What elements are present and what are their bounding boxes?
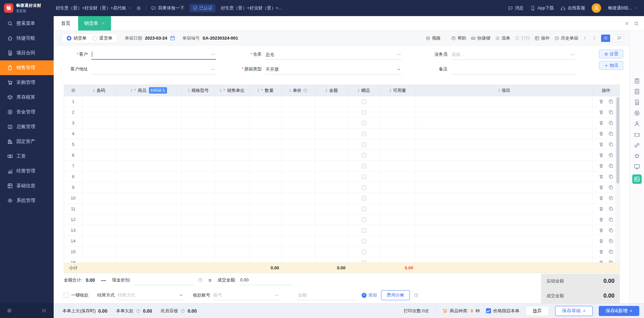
table-cell[interactable]	[282, 193, 315, 203]
more-icon[interactable]	[274, 293, 279, 298]
table-cell[interactable]	[380, 139, 416, 150]
table-cell[interactable]	[282, 118, 315, 128]
table-cell[interactable]	[380, 247, 416, 257]
table-cell[interactable]	[315, 257, 348, 263]
table-cell[interactable]	[215, 161, 250, 171]
gift-checkbox[interactable]	[362, 196, 366, 201]
table-cell[interactable]	[282, 96, 315, 107]
price-track-checkbox[interactable]	[486, 308, 491, 313]
discount-input-field[interactable]	[135, 277, 194, 282]
table-cell[interactable]	[83, 236, 116, 246]
col-header-3[interactable]: *销售单位	[215, 85, 250, 96]
customer-input-field[interactable]	[94, 52, 209, 57]
table-cell[interactable]	[416, 128, 593, 139]
table-cell[interactable]	[116, 150, 182, 160]
table-cell[interactable]	[416, 204, 593, 214]
table-scrollbar[interactable]	[615, 97, 620, 262]
calculator-icon[interactable]	[634, 89, 640, 95]
table-cell[interactable]	[416, 257, 593, 263]
table-cell[interactable]	[250, 150, 282, 160]
col-header-6[interactable]: 金额	[315, 85, 348, 96]
table-cell[interactable]	[182, 257, 215, 263]
gift-checkbox[interactable]	[362, 99, 366, 104]
cancel-button[interactable]: 放弃	[526, 306, 549, 316]
sidebar-item-4[interactable]: 采购管理	[0, 75, 54, 90]
table-cell[interactable]	[380, 214, 416, 225]
table-cell[interactable]	[282, 214, 315, 225]
table-cell[interactable]	[416, 214, 593, 225]
gift-checkbox[interactable]	[362, 174, 366, 179]
sidebar-item-7[interactable]: 总账管理	[0, 119, 54, 134]
sort-icon[interactable]	[289, 89, 291, 92]
one-click-checkbox[interactable]	[64, 293, 69, 298]
save-draft-button[interactable]: 保存草稿∧	[555, 306, 593, 316]
sort-icon[interactable]	[130, 89, 132, 92]
table-cell[interactable]	[215, 257, 250, 263]
gift-checkbox[interactable]	[362, 142, 366, 147]
settings-gear-icon[interactable]	[7, 308, 12, 313]
table-cell[interactable]	[315, 118, 348, 128]
chevron-down-icon[interactable]	[179, 293, 183, 298]
table-cell[interactable]	[83, 171, 116, 182]
table-cell[interactable]	[182, 171, 215, 182]
table-cell[interactable]	[116, 171, 182, 182]
delete-row-icon[interactable]	[599, 163, 604, 168]
gear-icon[interactable]	[136, 6, 141, 11]
delete-row-icon[interactable]	[599, 206, 604, 211]
table-cell[interactable]	[116, 236, 182, 246]
table-cell[interactable]	[215, 118, 250, 128]
table-cell[interactable]	[315, 96, 348, 107]
sidebar-item-11[interactable]: 基础信息	[0, 178, 54, 193]
table-cell[interactable]	[282, 161, 315, 171]
table-cell[interactable]	[215, 204, 250, 214]
monitor-icon[interactable]	[634, 164, 640, 170]
table-cell[interactable]	[380, 118, 416, 128]
table-cell[interactable]	[282, 247, 315, 257]
gift-checkbox[interactable]	[362, 121, 366, 125]
gift-checkbox[interactable]	[362, 131, 366, 136]
sidebar-item-3[interactable]: 销售管理	[0, 60, 54, 75]
table-cell[interactable]	[416, 182, 593, 193]
table-settings-icon[interactable]	[71, 88, 76, 93]
table-cell[interactable]	[215, 139, 250, 150]
scrollbar-thumb[interactable]	[616, 97, 619, 183]
table-cell[interactable]	[83, 214, 116, 225]
table-cell[interactable]	[182, 182, 215, 193]
table-cell[interactable]	[380, 193, 416, 203]
tab-sales-order[interactable]: 销货单	[78, 16, 111, 31]
messages-button[interactable]: 消息	[508, 5, 524, 11]
next-doc-icon[interactable]	[592, 36, 596, 40]
table-cell[interactable]	[380, 182, 416, 193]
image-tool-icon[interactable]	[632, 174, 642, 184]
table-cell[interactable]	[182, 214, 215, 225]
table-cell[interactable]	[182, 161, 215, 171]
table-cell[interactable]	[182, 96, 215, 107]
gift-checkbox[interactable]	[362, 153, 366, 158]
table-cell[interactable]	[282, 150, 315, 160]
delete-row-icon[interactable]	[599, 260, 604, 263]
table-cell[interactable]	[416, 150, 593, 160]
table-cell[interactable]	[215, 150, 250, 160]
table-cell[interactable]	[416, 118, 593, 128]
copy-row-icon[interactable]	[608, 174, 613, 179]
pay-amount-input[interactable]	[297, 290, 358, 300]
table-cell[interactable]	[116, 193, 182, 203]
sort-icon[interactable]	[188, 89, 190, 92]
radio-sales-order[interactable]: 销货单	[67, 35, 87, 41]
copy-row-icon[interactable]	[608, 228, 613, 233]
delete-row-icon[interactable]	[599, 110, 604, 115]
table-cell[interactable]	[315, 214, 348, 225]
gift-checkbox[interactable]	[362, 110, 366, 115]
table-cell[interactable]	[250, 139, 282, 150]
pay-amount-field[interactable]	[298, 293, 357, 298]
table-cell[interactable]	[182, 236, 215, 246]
remark-input[interactable]	[451, 64, 576, 74]
table-cell[interactable]	[83, 150, 116, 160]
table-cell[interactable]	[416, 161, 593, 171]
table-cell[interactable]	[182, 107, 215, 117]
table-cell[interactable]	[83, 225, 116, 235]
scan-entry-badge[interactable]: 扫码录入	[149, 87, 167, 94]
col-header-2[interactable]: 规格型号	[182, 85, 215, 96]
tab-home[interactable]: 首页	[54, 16, 78, 31]
table-cell[interactable]	[416, 107, 593, 117]
